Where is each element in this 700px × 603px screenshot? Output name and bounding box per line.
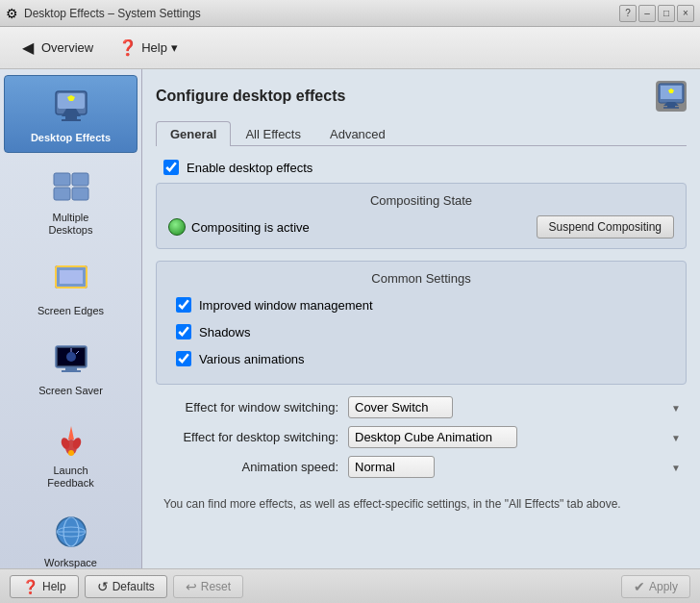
sidebar: Desktop Effects MultipleDesktops [0,69,142,568]
apply-icon: ✔ [634,579,645,594]
sidebar-item-screen-edges-label: Screen Edges [38,305,104,317]
titlebar-left: ⚙ Desktop Effects – System Settings [6,6,201,21]
various-animations-row: Various animations [168,347,674,370]
desktop-switching-select-wrapper: Desktop Cube Animation Slide Fade No Eff… [348,426,687,448]
sidebar-item-screen-saver-label: Screen Saver [38,385,103,397]
sidebar-item-multiple-desktops-label: MultipleDesktops [49,212,93,237]
suspend-compositing-button[interactable]: Suspend Compositing [537,215,674,239]
bottom-bar: ❓ Help ↺ Defaults ↩ Reset ✔ Apply [0,568,700,603]
screen-edges-icon [48,257,94,303]
back-label: Overview [41,40,93,55]
titlebar-app-icon: ⚙ [6,6,18,21]
compositing-status-text: Compositing is active [191,220,310,235]
help-dropdown-icon: ▾ [171,40,178,55]
window-switching-row: Effect for window switching: Cover Switc… [156,396,687,418]
minimize-button[interactable]: – [638,5,656,22]
help-icon: ❓ [118,38,138,58]
animation-speed-select[interactable]: Very Slow Slow Normal Fast Very Fast [348,456,435,478]
desktop-switching-row: Effect for desktop switching: Desktop Cu… [156,426,687,448]
desktop-switching-select[interactable]: Desktop Cube Animation Slide Fade No Eff… [348,426,517,448]
improved-window-row: Improved window management [168,293,674,316]
content-title: Configure desktop effects [156,88,345,105]
help-toolbar-button[interactable]: ❓ Help ▾ [108,34,188,63]
shadows-label: Shadows [199,325,250,339]
titlebar-title: Desktop Effects – System Settings [24,7,201,20]
sidebar-item-screen-saver[interactable]: Screen Saver [4,328,138,406]
enable-effects-checkbox[interactable] [163,160,179,175]
compositing-row: Compositing is active Suspend Compositin… [168,215,674,239]
svg-rect-7 [54,188,70,200]
close-button[interactable]: × [677,5,694,22]
shadows-checkbox[interactable] [176,324,191,339]
window-switching-select[interactable]: Cover Switch Flip Switch Box Switch No E… [348,396,453,418]
content-header: Configure desktop effects [156,81,687,112]
tab-all-effects[interactable]: All Effects [231,121,315,146]
various-animations-label: Various animations [199,352,305,366]
improved-window-label: Improved window management [199,298,373,313]
improved-window-checkbox[interactable] [176,297,191,313]
multiple-desktops-icon [48,163,94,210]
tab-content-general: Enable desktop effects Compositing State… [156,156,687,522]
apply-label: Apply [649,580,678,593]
svg-rect-20 [62,370,81,372]
content-area: Configure desktop effects General All Ef… [142,69,700,568]
tab-advanced[interactable]: Advanced [315,121,400,146]
defaults-icon: ↺ [97,579,109,594]
launch-feedback-icon [48,416,94,463]
titlebar: ⚙ Desktop Effects – System Settings ? – … [0,0,700,27]
reset-button[interactable]: ↩ Reset [173,575,243,598]
back-button[interactable]: ◀ Overview [8,34,104,63]
animation-speed-row: Animation speed: Very Slow Slow Normal F… [156,456,687,478]
sidebar-item-desktop-effects-label: Desktop Effects [31,132,111,144]
titlebar-buttons: ? – □ × [619,5,694,22]
reset-label: Reset [201,580,231,593]
screen-saver-icon [48,337,94,383]
svg-rect-8 [72,188,88,200]
svg-point-25 [68,450,74,456]
common-settings-section: Common Settings Improved window manageme… [156,261,687,385]
maximize-button[interactable]: □ [658,5,675,22]
sidebar-item-workspace[interactable]: Workspace [4,500,138,568]
help-title-button[interactable]: ? [619,5,637,22]
tab-general[interactable]: General [156,121,231,146]
defaults-button[interactable]: ↺ Defaults [85,575,167,598]
desktop-switching-label: Effect for desktop switching: [156,430,348,444]
enable-effects-row: Enable desktop effects [156,156,687,179]
svg-rect-5 [54,173,70,186]
bottom-left-buttons: ❓ Help ↺ Defaults ↩ Reset [10,575,243,598]
desktop-effects-icon [48,84,94,130]
svg-rect-6 [72,173,88,186]
status-dot-active [168,218,186,236]
sidebar-item-launch-feedback-label: LaunchFeedback [47,465,93,490]
sidebar-item-workspace-label: Workspace [44,557,97,568]
info-text: You can find more effects, as well as ef… [156,486,687,522]
common-settings-title: Common Settings [168,271,674,286]
window-switching-select-wrapper: Cover Switch Flip Switch Box Switch No E… [348,396,687,418]
svg-marker-22 [68,426,74,440]
sidebar-item-screen-edges[interactable]: Screen Edges [4,248,138,326]
help-bottom-icon: ❓ [22,579,38,594]
tabs: General All Effects Advanced [156,121,687,146]
help-bottom-label: Help [42,580,66,593]
animation-speed-select-wrapper: Very Slow Slow Normal Fast Very Fast [348,456,687,478]
various-animations-checkbox[interactable] [176,351,191,366]
defaults-label: Defaults [112,580,155,593]
apply-button[interactable]: ✔ Apply [621,575,690,598]
sidebar-item-launch-feedback[interactable]: LaunchFeedback [4,408,138,498]
content-header-icon [656,81,687,112]
help-label: Help [141,40,167,55]
back-icon: ◀ [18,38,38,58]
svg-point-14 [66,352,76,362]
compositing-status: Compositing is active [168,218,310,236]
shadows-row: Shadows [168,320,674,343]
sidebar-item-multiple-desktops[interactable]: MultipleDesktops [4,155,138,245]
workspace-icon [48,509,94,555]
sidebar-item-desktop-effects[interactable]: Desktop Effects [4,75,138,153]
window-switching-label: Effect for window switching: [156,400,348,415]
toolbar: ◀ Overview ❓ Help ▾ [0,27,700,69]
compositing-section: Compositing State Compositing is active … [156,183,687,249]
help-bottom-button[interactable]: ❓ Help [10,575,79,598]
svg-rect-11 [60,270,83,284]
enable-effects-label: Enable desktop effects [187,161,312,175]
main-layout: Desktop Effects MultipleDesktops [0,69,700,568]
